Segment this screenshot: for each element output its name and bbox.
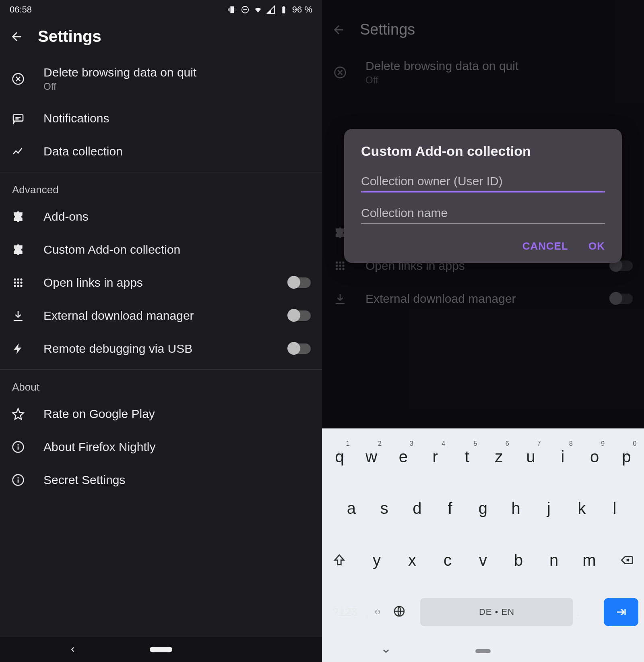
key-o[interactable]: 9o (580, 439, 609, 474)
nav-home-pill[interactable] (150, 647, 172, 652)
key-w[interactable]: 2w (357, 439, 386, 474)
section-advanced: Advanced (0, 176, 322, 200)
settings-screen-right: Settings Delete browsing data on quit Of… (322, 0, 644, 662)
key-d[interactable]: d (403, 491, 431, 526)
row-title: Open links in apps (43, 276, 270, 290)
key-f[interactable]: f (436, 491, 464, 526)
puzzle-icon (11, 243, 25, 256)
shift-icon (332, 553, 346, 567)
divider (0, 369, 322, 370)
row-data-collection[interactable]: Data collection (0, 135, 322, 168)
key-p[interactable]: 0p (612, 439, 640, 474)
row-about-firefox-nightly[interactable]: About Firefox Nightly (0, 430, 322, 463)
svg-rect-17 (18, 447, 19, 450)
system-nav-bar (324, 640, 642, 662)
page-title: Settings (38, 27, 101, 46)
signal-icon (266, 5, 275, 14)
row-subtitle: Off (43, 81, 311, 92)
key-b[interactable]: b (504, 543, 533, 577)
key-a[interactable]: a (337, 491, 365, 526)
key-r[interactable]: 4r (421, 439, 449, 474)
key-y[interactable]: y (363, 543, 391, 577)
svg-point-8 (20, 278, 22, 280)
row-secret-settings[interactable]: Secret Settings (0, 463, 322, 496)
cancel-button[interactable]: CANCEL (522, 240, 568, 252)
row-title: Secret Settings (43, 473, 311, 487)
soft-keyboard[interactable]: 1q 2w 3e 4r 5t 6z 7u 8i 9o 0p a s d f g … (322, 428, 644, 662)
row-rate-google-play[interactable]: Rate on Google Play (0, 397, 322, 430)
key-t[interactable]: 5t (453, 439, 481, 474)
svg-point-16 (17, 444, 19, 445)
svg-point-9 (14, 281, 16, 283)
key-l[interactable]: l (601, 491, 629, 526)
settings-screen-left: 06:58 96 % Settings Delete browsing data… (0, 0, 322, 662)
status-icons: 96 % (228, 4, 312, 15)
dnd-icon (241, 5, 250, 14)
row-addons[interactable]: Add-ons (0, 200, 322, 233)
custom-addon-dialog: Custom Add-on collection Collection owne… (344, 129, 622, 263)
globe-icon (393, 605, 406, 618)
ok-button[interactable]: OK (588, 240, 605, 252)
back-icon[interactable] (10, 30, 23, 43)
key-i[interactable]: 8i (549, 439, 577, 474)
wifi-icon (254, 5, 262, 14)
keyboard-row-4: ?123 , DE • EN . (324, 586, 642, 641)
keyboard-collapse-icon[interactable] (381, 646, 391, 656)
key-h[interactable]: h (502, 491, 530, 526)
row-title: Data collection (43, 145, 311, 158)
row-custom-addon-collection[interactable]: Custom Add-on collection (0, 233, 322, 266)
toggle-usb-debug[interactable] (288, 343, 311, 354)
bolt-icon (11, 342, 25, 355)
row-notifications[interactable]: Notifications (0, 102, 322, 135)
backspace-key[interactable] (611, 553, 642, 567)
nav-home-pill[interactable] (475, 649, 491, 653)
system-nav-bar (0, 637, 322, 662)
clock: 06:58 (10, 4, 32, 15)
svg-point-6 (14, 278, 16, 280)
key-s[interactable]: s (370, 491, 398, 526)
symbols-key[interactable]: ?123 (328, 606, 362, 619)
key-g[interactable]: g (469, 491, 497, 526)
row-remote-debugging-usb[interactable]: Remote debugging via USB (0, 332, 322, 365)
svg-point-13 (17, 285, 19, 287)
shift-key[interactable] (324, 553, 355, 567)
key-e[interactable]: 3e (389, 439, 417, 474)
key-z[interactable]: 6z (485, 439, 513, 474)
vibrate-icon (228, 5, 237, 14)
svg-rect-20 (18, 480, 19, 483)
row-external-download-manager[interactable]: External download manager (0, 299, 322, 332)
close-circle-icon (11, 72, 25, 85)
key-v[interactable]: v (469, 543, 497, 577)
period-key[interactable]: . (576, 605, 601, 619)
toggle-ext-download[interactable] (288, 310, 311, 321)
nav-back-chevron-icon[interactable] (68, 645, 77, 654)
key-j[interactable]: j (535, 491, 563, 526)
key-q[interactable]: 1q (326, 439, 354, 474)
row-title: Notifications (43, 112, 311, 125)
comma-key[interactable]: , (365, 605, 390, 619)
key-x[interactable]: x (398, 543, 426, 577)
keyboard-row-1: 1q 2w 3e 4r 5t 6z 7u 8i 9o 0p (324, 431, 642, 483)
keyboard-row-3: y x c v b n m (324, 534, 642, 586)
key-n[interactable]: n (540, 543, 568, 577)
row-open-links-in-apps[interactable]: Open links in apps (0, 266, 322, 299)
language-key[interactable] (393, 605, 417, 619)
row-title: About Firefox Nightly (43, 440, 311, 454)
key-m[interactable]: m (575, 543, 603, 577)
settings-list: Delete browsing data on quit Off Notific… (0, 56, 322, 637)
row-delete-browsing-data[interactable]: Delete browsing data on quit Off (0, 56, 322, 102)
key-c[interactable]: c (433, 543, 462, 577)
star-icon (11, 408, 25, 420)
space-key[interactable]: DE • EN (420, 598, 573, 626)
toggle-open-links[interactable] (288, 277, 311, 288)
enter-key[interactable] (604, 598, 638, 626)
collection-owner-input[interactable]: Collection owner (User ID) (361, 170, 605, 192)
divider (0, 172, 322, 172)
header: Settings (0, 19, 322, 56)
key-k[interactable]: k (568, 491, 596, 526)
key-u[interactable]: 7u (517, 439, 545, 474)
row-title: Custom Add-on collection (43, 243, 311, 257)
grid-icon (11, 276, 25, 289)
download-icon (11, 309, 25, 322)
collection-name-input[interactable]: Collection name (361, 202, 605, 224)
